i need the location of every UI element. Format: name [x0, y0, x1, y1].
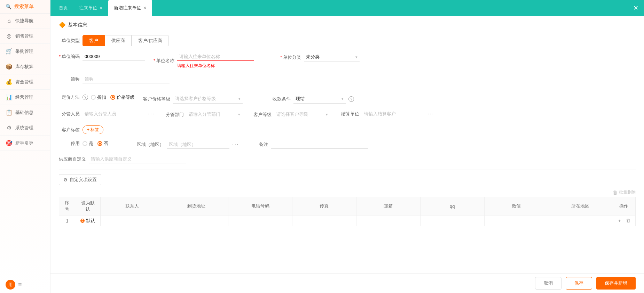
- supplier-custom-group: 供应商自定义: [59, 155, 186, 163]
- address-input[interactable]: [168, 218, 225, 223]
- unit-type-label: 单位类型: [59, 38, 80, 44]
- delete-row-btn[interactable]: 🗑: [626, 218, 630, 223]
- add-row-btn[interactable]: ＋: [617, 218, 622, 223]
- tab-partners[interactable]: 往来单位 ✕: [73, 0, 108, 16]
- unit-category-select[interactable]: 未分类 ▾: [304, 52, 360, 62]
- row-default-radio[interactable]: [80, 219, 85, 223]
- unit-btn-supplier[interactable]: 供应商: [105, 35, 132, 46]
- unit-btn-both[interactable]: 客户/供应商: [132, 35, 169, 46]
- manager-dots-btn[interactable]: ···: [148, 111, 155, 117]
- unit-type-buttons: 客户 供应商 客户/供应商: [83, 35, 169, 46]
- contact-input[interactable]: [104, 218, 161, 223]
- save-add-button[interactable]: 保存并新增: [596, 277, 636, 290]
- payment-terms-select[interactable]: 现结 ▾: [293, 94, 346, 104]
- remarks-input[interactable]: [271, 140, 368, 149]
- row-contact[interactable]: [100, 215, 164, 226]
- customer-price-level-select[interactable]: 请选择客户价格等级 ▾: [173, 94, 243, 104]
- short-name-label: 简称: [59, 76, 80, 82]
- payment-terms-label: 收款条件: [270, 96, 291, 102]
- wechat-input[interactable]: [488, 218, 545, 223]
- tab-new-partner-label: 新增往来单位: [114, 5, 141, 11]
- disabled-no-radio[interactable]: 否: [97, 140, 108, 147]
- price-level-label: 价格等级: [117, 94, 135, 100]
- settlement-unit-label: 结算单位: [338, 111, 359, 117]
- sidebar-label-guide: 新手引导: [15, 140, 33, 146]
- tab-bar: 首页 往来单位 ✕ 新增往来单位 ✕ ✕: [50, 0, 644, 16]
- email-input[interactable]: [360, 218, 417, 223]
- payment-help-icon[interactable]: ?: [348, 96, 354, 102]
- settlement-unit-input[interactable]: [362, 110, 425, 118]
- sidebar-item-system[interactable]: ⚙ 系统管理: [0, 120, 50, 136]
- pricing-price-level-radio[interactable]: 价格等级: [110, 94, 135, 100]
- sidebar-item-inventory[interactable]: 📦 库存核算: [0, 59, 50, 74]
- row-fax[interactable]: [292, 215, 356, 226]
- pricing-discount-radio[interactable]: 折扣: [91, 94, 106, 100]
- divider-1: [59, 90, 636, 90]
- department-select[interactable]: 请输入分管部门 ▾: [187, 110, 242, 119]
- region-label: 区域（地区）: [137, 141, 164, 148]
- inventory-icon: 📦: [6, 63, 13, 70]
- supplier-custom-input[interactable]: [89, 155, 186, 163]
- cancel-button[interactable]: 取消: [535, 277, 561, 290]
- sidebar-expand-icon[interactable]: ≡: [18, 281, 22, 288]
- department-label: 分管部门: [163, 112, 184, 118]
- region-input[interactable]: [167, 140, 229, 149]
- home-icon: ⌂: [6, 18, 13, 24]
- pricing-method-group: 定价方法 ? 折扣 价格等级: [59, 94, 135, 100]
- sidebar-label-operations: 经营管理: [15, 94, 33, 100]
- customer-level-label: 客户等级: [251, 112, 272, 118]
- sales-icon: ◎: [6, 33, 13, 39]
- unit-name-input[interactable]: [177, 52, 254, 61]
- settlement-dots-btn[interactable]: ···: [427, 111, 434, 117]
- unit-type-group-container: 单位类型 客户 供应商 客户/供应商: [59, 35, 169, 46]
- search-menu-btn[interactable]: 🔍 搜索菜单: [0, 0, 50, 14]
- pricing-help-icon[interactable]: ?: [83, 95, 88, 100]
- tab-new-partner[interactable]: 新增往来单位 ✕: [108, 0, 152, 16]
- sidebar-item-sales[interactable]: ◎ 销售管理: [0, 29, 50, 44]
- row-phone[interactable]: [228, 215, 292, 226]
- save-button[interactable]: 保存: [566, 277, 592, 290]
- remarks-group: 备注: [247, 140, 368, 149]
- settlement-unit-group: 结算单位 ···: [338, 110, 434, 118]
- section-header: 🔶 基本信息: [59, 22, 636, 28]
- custom-settings-btn[interactable]: ⚙ 自定义项设置: [59, 174, 101, 185]
- sidebar-item-operations[interactable]: 📊 经营管理: [0, 90, 50, 105]
- manager-input[interactable]: [83, 110, 145, 118]
- section-title: 基本信息: [68, 22, 87, 28]
- sidebar-item-guide[interactable]: 🎯 新手引导: [0, 136, 50, 151]
- disabled-row: 停用 是 否 区域（地区） ··· 备注: [59, 140, 636, 149]
- tab-partners-label: 往来单位: [79, 5, 97, 11]
- row-email[interactable]: [356, 215, 420, 226]
- customer-price-level-group: 客户价格等级 请选择客户价格等级 ▾: [143, 94, 261, 104]
- region-dots-btn[interactable]: ···: [232, 141, 239, 148]
- customer-level-select[interactable]: 请选择客户等级 ▾: [274, 110, 330, 119]
- tab-partners-close[interactable]: ✕: [99, 6, 103, 10]
- row-wechat[interactable]: [484, 215, 548, 226]
- unit-btn-customer[interactable]: 客户: [83, 35, 105, 46]
- phone-input[interactable]: [232, 218, 289, 223]
- sidebar-item-purchase[interactable]: 🛒 采购管理: [0, 44, 50, 59]
- sidebar-item-finance[interactable]: 💰 资金管理: [0, 74, 50, 90]
- main-close-btn[interactable]: ✕: [633, 4, 638, 12]
- region-table-input[interactable]: [552, 218, 608, 223]
- col-phone: 电话号码: [228, 197, 292, 215]
- manager-group: 分管人员 ···: [59, 110, 155, 118]
- unit-code-input[interactable]: [83, 52, 145, 61]
- unit-category-group: 单位分类 未分类 ▾: [280, 52, 360, 62]
- qq-input[interactable]: [424, 218, 481, 223]
- row-region[interactable]: [548, 215, 612, 226]
- row-qq[interactable]: [420, 215, 484, 226]
- fax-input[interactable]: [296, 218, 353, 223]
- disabled-yes-radio[interactable]: 是: [83, 140, 93, 147]
- row-address[interactable]: [164, 215, 228, 226]
- tab-new-partner-close[interactable]: ✕: [143, 6, 147, 10]
- system-icon: ⚙: [6, 124, 13, 131]
- sidebar-item-basic-info[interactable]: 📋 基础信息: [0, 105, 50, 120]
- tab-home[interactable]: 首页: [53, 0, 73, 16]
- disabled-radio-group: 是 否: [83, 140, 108, 147]
- add-tag-btn[interactable]: + 标签: [83, 125, 103, 134]
- short-name-input[interactable]: [83, 75, 170, 83]
- sidebar-item-quick-nav[interactable]: ⌂ 快捷导航: [0, 14, 50, 29]
- batch-delete-label[interactable]: 批量删除: [619, 189, 636, 195]
- unit-name-col: 请输入往来单位名称: [177, 52, 254, 69]
